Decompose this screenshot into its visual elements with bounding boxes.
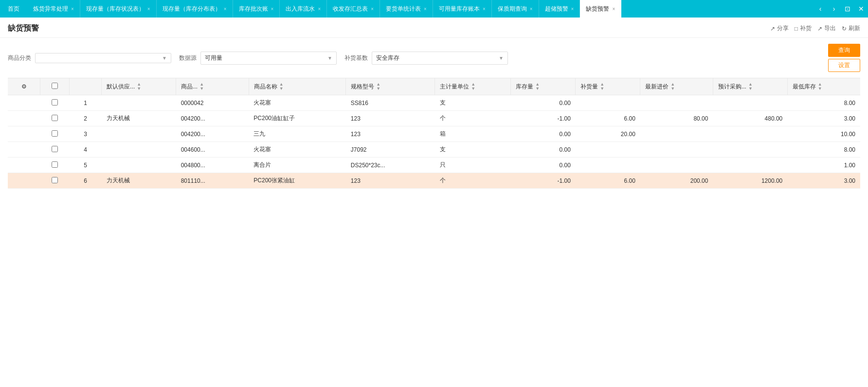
row-checkbox[interactable] xyxy=(52,99,58,106)
close-icon[interactable]: × xyxy=(571,6,574,12)
settings-button[interactable]: 设置 xyxy=(828,59,860,72)
filter-actions: 查询 设置 xyxy=(828,44,860,72)
row-stock: 0.00 xyxy=(511,158,576,173)
row-checkbox[interactable] xyxy=(52,130,58,137)
tab-baozhi[interactable]: 保质期查询 × xyxy=(492,0,539,18)
close-icon[interactable]: × xyxy=(424,6,427,12)
table-row[interactable]: 5 004800... 离合片 DS250*23c... 只 0.00 1.00 xyxy=(8,158,860,173)
row-latest-price xyxy=(640,142,713,158)
close-icon[interactable]: × xyxy=(224,6,227,12)
tab-kucun-pici[interactable]: 库存批次账 × xyxy=(233,0,280,18)
table-row[interactable]: 1 0000042 火花塞 SS816 支 0.00 8.00 xyxy=(8,95,860,111)
tab-lianghuo[interactable]: 炼货异常处理 × xyxy=(27,0,80,18)
column-header-minstock[interactable]: 最低库存 ▲▼ xyxy=(787,78,860,95)
column-header-code[interactable]: 商品... ▲▼ xyxy=(176,78,249,95)
tab-label: 现存量（库存状况表） xyxy=(86,5,145,13)
export-button[interactable]: ↗ 导出 xyxy=(817,24,836,33)
purchase-col-label: 预计采购... xyxy=(718,83,746,91)
column-header-unit[interactable]: 主计量单位 ▲▼ xyxy=(435,78,511,95)
row-latest-price xyxy=(640,95,713,111)
row-settings xyxy=(8,126,40,142)
tab-quehuo[interactable]: 缺货预警 × xyxy=(580,0,621,18)
table-row[interactable]: 4 004600... 火花塞 J7092 支 0.00 8.00 xyxy=(8,142,860,158)
replenish-label: 补货 xyxy=(800,24,812,33)
row-checkbox-cell[interactable] xyxy=(40,142,70,158)
row-checkbox-cell[interactable] xyxy=(40,173,70,189)
row-checkbox[interactable] xyxy=(52,115,58,121)
row-unit: 个 xyxy=(435,111,511,126)
gear-icon[interactable]: ⚙ xyxy=(21,83,27,90)
tab-churuku[interactable]: 出入库流水 × xyxy=(280,0,327,18)
row-supplier xyxy=(102,126,176,142)
table-row[interactable]: 3 004200... 三九 123 箱 0.00 20.00 10.00 xyxy=(8,126,860,142)
row-checkbox[interactable] xyxy=(52,177,58,183)
column-header-replenish[interactable]: 补货量 ▲▼ xyxy=(576,78,640,95)
table-row[interactable]: 6 力天机械 801110... PC200张紧油缸 123 个 -1.00 6… xyxy=(8,173,860,189)
refresh-button[interactable]: ↻ 刷新 xyxy=(842,24,860,33)
row-unit: 个 xyxy=(435,173,511,189)
close-window-button[interactable]: ✕ xyxy=(854,0,868,18)
close-icon[interactable]: × xyxy=(71,6,74,12)
home-tab[interactable]: 首页 xyxy=(0,0,27,18)
row-name: 离合片 xyxy=(249,158,346,173)
row-num: 3 xyxy=(69,126,102,142)
restore-window-button[interactable]: ⊡ xyxy=(841,0,854,18)
datasource-select[interactable]: 可用量 ▼ xyxy=(200,52,337,65)
column-header-stock[interactable]: 库存量 ▲▼ xyxy=(511,78,576,95)
close-icon[interactable]: × xyxy=(612,6,615,12)
replenish-select[interactable]: 安全库存 ▼ xyxy=(372,52,508,65)
query-button[interactable]: 查询 xyxy=(828,44,860,57)
close-icon[interactable]: × xyxy=(318,6,321,12)
spec-col-label: 规格型号 xyxy=(351,83,374,91)
row-unit: 支 xyxy=(435,142,511,158)
table-header-row: ⚙ 默认供应... ▲▼ 商品... xyxy=(8,78,860,95)
row-checkbox[interactable] xyxy=(52,161,58,168)
column-header-purchase[interactable]: 预计采购... ▲▼ xyxy=(713,78,787,95)
select-all-checkbox[interactable] xyxy=(52,83,58,89)
tab-chaochuyujing[interactable]: 超储预警 × xyxy=(539,0,580,18)
row-checkbox-cell[interactable] xyxy=(40,158,70,173)
row-name: 三九 xyxy=(249,126,346,142)
row-replenish xyxy=(576,95,640,111)
row-checkbox[interactable] xyxy=(52,146,58,152)
row-latest-price: 200.00 xyxy=(640,173,713,189)
replenish-label: 补货基数 xyxy=(344,54,368,62)
table-row[interactable]: 2 力天机械 004200... PC200油缸缸子 123 个 -1.00 6… xyxy=(8,111,860,126)
close-icon[interactable]: × xyxy=(147,6,150,12)
tab-keyongliang[interactable]: 可用量库存账本 × xyxy=(433,0,492,18)
replenish-button[interactable]: □ 补货 xyxy=(795,24,812,33)
row-replenish: 6.00 xyxy=(576,173,640,189)
next-tab-button[interactable]: › xyxy=(827,0,841,18)
page-title: 缺货预警 xyxy=(8,23,39,34)
row-code: 004200... xyxy=(176,126,249,142)
chevron-down-icon: ▼ xyxy=(162,55,167,61)
tab-label: 可用量库存账本 xyxy=(439,5,480,13)
tab-shoufacun[interactable]: 收发存汇总表 × xyxy=(327,0,380,18)
prev-tab-button[interactable]: ‹ xyxy=(814,0,827,18)
tab-xiancunliang2[interactable]: 现存量（库存分布表） × xyxy=(157,0,233,18)
close-icon[interactable]: × xyxy=(530,6,533,12)
row-checkbox-cell[interactable] xyxy=(40,95,70,111)
row-checkbox-cell[interactable] xyxy=(40,111,70,126)
row-supplier xyxy=(102,158,176,173)
column-header-price[interactable]: 最新进价 ▲▼ xyxy=(640,78,713,95)
close-icon[interactable]: × xyxy=(483,6,486,12)
column-header-check[interactable] xyxy=(40,78,70,95)
share-button[interactable]: ↗ 分享 xyxy=(770,24,789,33)
row-name: PC200张紧油缸 xyxy=(249,173,346,189)
row-supplier: 力天机械 xyxy=(102,173,176,189)
category-select[interactable]: ▼ xyxy=(35,53,171,63)
tab-yaohuo[interactable]: 要货单统计表 × xyxy=(380,0,433,18)
tab-xiancunliang1[interactable]: 现存量（库存状况表） × xyxy=(80,0,157,18)
column-header-supplier[interactable]: 默认供应... ▲▼ xyxy=(102,78,176,95)
row-min-stock: 3.00 xyxy=(787,173,860,189)
close-icon[interactable]: × xyxy=(371,6,374,12)
column-header-settings[interactable]: ⚙ xyxy=(8,78,40,95)
row-checkbox-cell[interactable] xyxy=(40,126,70,142)
row-name: 火花塞 xyxy=(249,142,346,158)
column-header-name[interactable]: 商品名称 ▲▼ xyxy=(249,78,346,95)
close-icon[interactable]: × xyxy=(271,6,274,12)
share-label: 分享 xyxy=(777,24,789,33)
column-header-num xyxy=(69,78,102,95)
column-header-spec[interactable]: 规格型号 ▲▼ xyxy=(346,78,435,95)
